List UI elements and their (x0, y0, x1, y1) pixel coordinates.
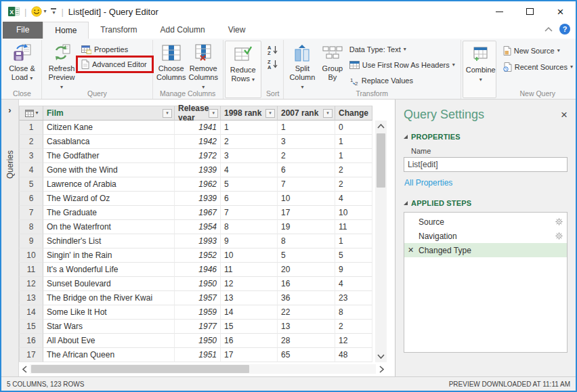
table-row: 15 Star Wars 1977 15 13 2 (19, 320, 387, 334)
step-delete-icon[interactable]: ✕ (408, 246, 419, 255)
column-header[interactable]: 2007 rank ▾ (278, 106, 335, 121)
tab-transform[interactable]: Transform (89, 22, 148, 39)
expander-triangle-icon (404, 135, 408, 139)
table-row: 10 Singin' in the Rain 1952 10 5 5 (19, 248, 387, 263)
step-gear-icon[interactable] (555, 218, 563, 225)
cell: Gone with the Wind (43, 163, 175, 177)
chevron-down-icon: ▾ (43, 9, 46, 14)
scroll-right-icon[interactable] (376, 364, 387, 374)
sort-descending-button[interactable]: Z A (265, 58, 280, 70)
quick-access-customize-button[interactable]: ▾ (51, 8, 56, 16)
recent-sources-button[interactable]: Recent Sources ▾ (500, 60, 576, 74)
refresh-preview-button[interactable]: Refresh Preview ▾ (45, 41, 79, 92)
ribbon-group-close: Close & Load ▾ Close (3, 40, 42, 99)
new-source-button[interactable]: New Source ▾ (500, 44, 576, 58)
properties-section-header[interactable]: PROPERTIES (404, 133, 568, 141)
table-corner-menu[interactable]: ▾ (19, 106, 43, 121)
table-row: 4 Gone with the Wind 1939 4 6 2 (19, 163, 387, 177)
tab-view[interactable]: View (217, 22, 257, 39)
horizontal-scrollbar[interactable] (19, 364, 387, 374)
tab-file[interactable]: File (3, 22, 43, 39)
minimize-icon (496, 12, 503, 12)
vertical-scrollbar[interactable] (375, 121, 387, 362)
column-header[interactable]: 1998 rank ▾ (221, 106, 278, 121)
recent-sources-icon (503, 62, 512, 72)
chevron-down-icon: ▾ (570, 64, 573, 70)
row-number: 8 (19, 220, 43, 234)
cell: 17 (221, 348, 278, 362)
expand-queries-icon[interactable]: › (8, 105, 11, 115)
row-number: 9 (19, 234, 43, 248)
feedback-smiley-button[interactable]: ▾ (31, 6, 46, 17)
column-header[interactable]: Change ▾ (335, 106, 372, 121)
row-number: 7 (19, 206, 43, 220)
ribbon-tabstrip: File Home Transform Add Column View ? (1, 22, 576, 39)
row-number: 15 (19, 320, 43, 334)
cell: 10 (221, 248, 278, 263)
query-name-input[interactable] (404, 157, 568, 172)
cell: 5 (278, 248, 335, 263)
help-button[interactable]: ? (559, 24, 570, 35)
column-header[interactable]: Film ▾ (43, 106, 175, 121)
group-by-icon (322, 43, 343, 63)
cell: The Graduate (43, 206, 175, 220)
split-column-button[interactable]: Split Column ▾ (286, 41, 318, 92)
remove-columns-button[interactable]: Remove Columns ▾ (187, 41, 220, 92)
filter-button[interactable]: ▾ (209, 109, 218, 118)
cell: 28 (278, 334, 335, 348)
cell: 10 (335, 206, 372, 220)
horizontal-scroll-thumb[interactable] (31, 365, 249, 373)
filter-button[interactable]: ▾ (323, 109, 333, 118)
cell: 2 (221, 135, 278, 149)
reduce-rows-button[interactable]: Reduce Rows ▾ (228, 43, 258, 85)
panel-close-icon[interactable]: × (561, 109, 568, 121)
replace-values-button[interactable]: 1 2 Replace Values (347, 74, 458, 87)
use-first-row-as-headers-button[interactable]: Use First Row As Headers ▾ (347, 58, 458, 72)
cell: All About Eve (43, 334, 175, 348)
cell: 22 (278, 305, 335, 320)
close-button[interactable]: × (545, 1, 576, 22)
combine-button[interactable]: Combine ▾ (466, 43, 496, 85)
applied-step[interactable]: ✕ Navigation (404, 229, 567, 243)
tab-home[interactable]: Home (43, 22, 89, 39)
choose-columns-button[interactable]: Choose Columns (156, 41, 187, 83)
tab-add-column[interactable]: Add Column (149, 22, 217, 39)
minimize-button[interactable] (484, 1, 515, 22)
ribbon-group-transform: Split Column ▾ Group By (284, 40, 461, 99)
applied-step[interactable]: ✕ Source (404, 215, 567, 229)
advanced-editor-button[interactable]: Advanced Editor (79, 58, 150, 71)
group-label-query: Query (42, 89, 152, 97)
group-label-transform: Transform (284, 89, 461, 97)
filter-button[interactable]: ▾ (265, 109, 275, 118)
group-label-close: Close (3, 89, 41, 97)
step-gear-icon[interactable] (555, 232, 563, 240)
scroll-down-icon[interactable] (375, 351, 387, 362)
maximize-button[interactable] (515, 1, 545, 22)
all-properties-link[interactable]: All Properties (404, 178, 452, 188)
cell: 1 (335, 149, 372, 163)
close-and-load-button[interactable]: Close & Load ▾ (5, 41, 39, 83)
cell: 1952 (175, 248, 221, 263)
properties-button[interactable]: Properties (79, 43, 150, 56)
table-row: 13 The Bridge on the River Kwai 1957 13 … (19, 291, 387, 305)
queries-pane-collapsed[interactable]: › Queries (1, 100, 19, 376)
svg-text:1: 1 (350, 77, 354, 83)
applied-steps-section-header[interactable]: APPLIED STEPS (404, 199, 568, 207)
scroll-left-icon[interactable] (19, 364, 30, 374)
collapse-ribbon-button[interactable] (544, 27, 553, 32)
applied-step[interactable]: ✕ Changed Type (404, 243, 567, 257)
column-header[interactable]: Release year ▾ (175, 106, 221, 121)
cell: 10 (278, 192, 335, 206)
chevron-down-icon: ▾ (404, 47, 406, 52)
group-by-button[interactable]: Group By (318, 41, 347, 83)
sort-ascending-button[interactable]: A Z (265, 43, 280, 56)
cell: 17 (278, 206, 335, 220)
table-row: 14 Some Like It Hot 1959 14 22 8 (19, 305, 387, 320)
cell: 5 (221, 177, 278, 192)
cell: 6 (221, 192, 278, 206)
scroll-up-icon[interactable] (375, 121, 387, 132)
filter-button[interactable]: ▾ (163, 109, 172, 118)
vertical-scroll-thumb[interactable] (377, 133, 385, 188)
data-type-button[interactable]: Data Type: Text ▾ (347, 43, 458, 56)
ribbon: Close & Load ▾ Close Refr (1, 39, 576, 100)
